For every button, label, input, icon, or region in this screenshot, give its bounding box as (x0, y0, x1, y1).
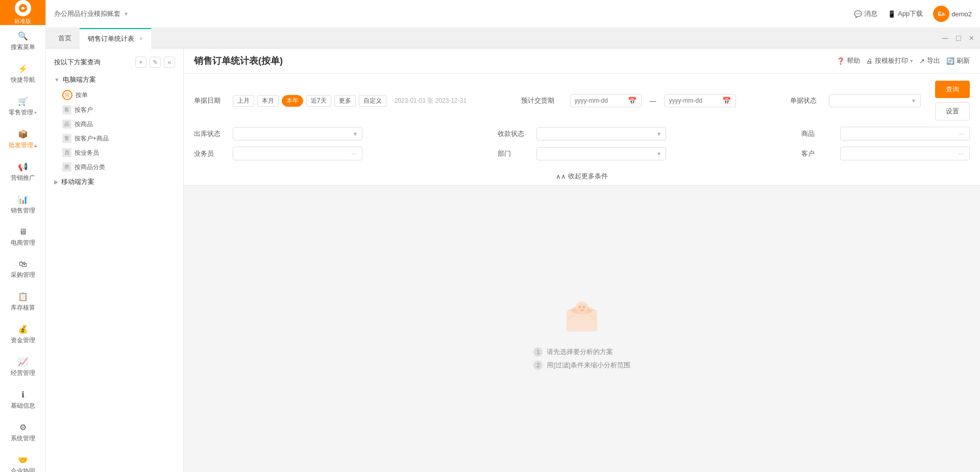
refresh-button[interactable]: 🔄 刷新 (946, 56, 970, 65)
out-status-arrow: ▾ (354, 130, 357, 137)
goods-label: 商品 (801, 129, 832, 138)
sidebar-item-enterprise-collab[interactable]: 🤝 企业协同 (0, 449, 46, 472)
sidebar-item-purchase-label: 采购管理 (11, 271, 35, 279)
tree-pc-section: ▼ 电脑端方案 按 按单 客 按客户 品 按商品 (50, 72, 179, 174)
customer-select[interactable]: ··· (840, 147, 970, 160)
tree-item-by-order[interactable]: 按 按单 (58, 87, 179, 103)
right-content: 销售订单统计表(按单) ❓ 帮助 🖨 按模板打印 ▾ ↗ 导出 (184, 49, 980, 472)
sidebar-item-sales[interactable]: 📊 销售管理 (0, 188, 46, 221)
date-btn-more[interactable]: 更多 (334, 95, 356, 107)
delivery-date-end-input[interactable]: 📅 (665, 94, 736, 107)
tab-home[interactable]: 首页 (50, 28, 80, 49)
add-scheme-button[interactable]: + (135, 57, 146, 68)
help-button[interactable]: ❓ 帮助 (837, 56, 860, 65)
pc-group-label: 电脑端方案 (63, 75, 96, 84)
sidebar-item-finance[interactable]: 💰 资金管理 (0, 318, 46, 351)
tree-item-by-product[interactable]: 品 按商品 (58, 117, 179, 131)
wholesale-arrow-icon: ▴ (34, 143, 37, 148)
username: demo2 (951, 10, 972, 18)
goods-more-icon[interactable]: ··· (959, 130, 964, 137)
salesperson-select[interactable]: ··· (233, 147, 362, 160)
sidebar-item-system[interactable]: ⚙ 系统管理 (0, 416, 46, 449)
topbar-title: 办公用品行业模拟账套 (54, 9, 120, 18)
calendar-start-icon[interactable]: 📅 (628, 97, 636, 105)
customer-more-icon[interactable]: ··· (959, 150, 964, 157)
edit-icon: ✎ (153, 59, 158, 66)
tab-active-label: 销售订单统计表 (88, 34, 134, 43)
date-btn-7days[interactable]: 近7天 (306, 95, 331, 107)
tree-item-by-category[interactable]: 类 按商品分类 (58, 160, 179, 174)
by-customer-label: 按客户 (75, 106, 93, 114)
date-btn-last-month[interactable]: 上月 (233, 95, 254, 107)
salesperson-more-icon[interactable]: ··· (352, 150, 357, 157)
empty-state: 1 请先选择要分析的方案 2 用[过滤]条件来缩小分析范围 (533, 288, 630, 370)
date-btn-this-year[interactable]: 本年 (282, 95, 303, 107)
tab-sales-order-stats[interactable]: 销售订单统计表 × (80, 28, 151, 49)
sidebar-item-enterprise-collab-label: 企业协同 (11, 467, 35, 472)
department-arrow: ▾ (657, 150, 660, 157)
by-customer-product-label: 按客户+商品 (75, 134, 109, 143)
out-status-select[interactable]: ▾ (233, 127, 362, 140)
sidebar-item-wholesale[interactable]: 📦 批发管理 ▴ (0, 123, 46, 156)
tree-item-by-salesperson[interactable]: 员 按业务员 (58, 146, 179, 160)
tree-group-mobile[interactable]: ▶ 移动端方案 (50, 174, 179, 190)
single-status-select[interactable]: ▾ (829, 94, 921, 107)
query-button[interactable]: 查询 (935, 81, 970, 98)
logo[interactable]: 标准版 (0, 0, 46, 25)
sidebar-item-quick-nav-label: 快捷导航 (11, 76, 35, 84)
page-title: 销售订单统计表(按单) (194, 55, 283, 67)
user-profile[interactable]: Ea demo2 (933, 6, 972, 22)
empty-state-area: 1 请先选择要分析的方案 2 用[过滤]条件来缩小分析范围 (184, 185, 980, 472)
mobile-expand-icon: ▶ (54, 179, 58, 185)
department-label: 部门 (498, 149, 528, 158)
collapse-icon: « (168, 59, 172, 66)
receipt-status-select[interactable]: ▾ (536, 127, 666, 140)
calendar-end-icon[interactable]: 📅 (722, 97, 731, 105)
sidebar-item-basic-info-label: 基础信息 (11, 402, 35, 410)
by-order-icon: 按 (62, 90, 72, 100)
inventory-icon: 📋 (18, 292, 28, 301)
tree-group-pc[interactable]: ▼ 电脑端方案 (50, 72, 179, 87)
retail-arrow-icon: ▾ (34, 110, 37, 115)
hint-num-2: 2 (533, 361, 543, 370)
panel-header-title: 按以下方案查询 (54, 58, 101, 67)
minimize-button[interactable]: ─ (940, 32, 950, 45)
sidebar-item-purchase[interactable]: 🛍 采购管理 (0, 253, 46, 286)
date-btn-this-month[interactable]: 本月 (257, 95, 279, 107)
logo-icon (15, 0, 31, 16)
message-button[interactable]: 💬 消息 (854, 9, 877, 18)
by-category-icon: 类 (62, 162, 71, 172)
sidebar-item-ecommerce[interactable]: 🖥 电商管理 (0, 221, 46, 253)
sidebar-item-finance-label: 资金管理 (11, 336, 35, 345)
delivery-date-start-input[interactable]: 📅 (570, 94, 642, 107)
department-select[interactable]: ▾ (536, 147, 666, 160)
collapse-panel-button[interactable]: « (164, 57, 175, 68)
close-window-button[interactable]: × (967, 32, 976, 45)
print-button[interactable]: 🖨 按模板打印 ▾ (866, 56, 913, 65)
app-download-button[interactable]: 📱 App下载 (888, 9, 923, 18)
sidebar-item-inventory[interactable]: 📋 库存核算 (0, 286, 46, 318)
date-btn-custom[interactable]: 自定义 (359, 95, 386, 107)
goods-select[interactable]: ··· (840, 127, 970, 140)
delivery-start-field[interactable] (575, 97, 626, 104)
tab-close-icon[interactable]: × (139, 35, 143, 42)
sidebar-item-basic-info[interactable]: ℹ 基础信息 (0, 384, 46, 416)
by-salesperson-icon: 员 (62, 148, 71, 157)
tree-item-by-customer[interactable]: 客 按客户 (58, 103, 179, 117)
tab-home-label: 首页 (58, 34, 71, 43)
panel-header-icons: + ✎ « (135, 57, 175, 68)
sidebar-item-quick-nav[interactable]: ⚡ 快捷导航 (0, 58, 46, 90)
sidebar-item-marketing[interactable]: 📢 营销推广 (0, 156, 46, 188)
collapse-button[interactable]: ∧∧ 收起更多条件 (556, 172, 608, 181)
tree-mobile-section: ▶ 移动端方案 (50, 174, 179, 190)
export-button[interactable]: ↗ 导出 (919, 56, 940, 65)
edit-scheme-button[interactable]: ✎ (150, 57, 161, 68)
sidebar-item-operations[interactable]: 📈 经营管理 (0, 351, 46, 384)
tree-item-by-customer-product[interactable]: 客 按客户+商品 (58, 131, 179, 146)
topbar-dropdown-icon[interactable]: ▾ (125, 10, 128, 17)
delivery-end-field[interactable] (669, 97, 720, 104)
sidebar-item-retail[interactable]: 🛒 零售管理 ▾ (0, 90, 46, 123)
maximize-button[interactable]: □ (954, 32, 963, 45)
settings-button[interactable]: 设置 (935, 102, 970, 121)
sidebar-item-search-menu[interactable]: 🔍 搜索菜单 (0, 25, 46, 58)
